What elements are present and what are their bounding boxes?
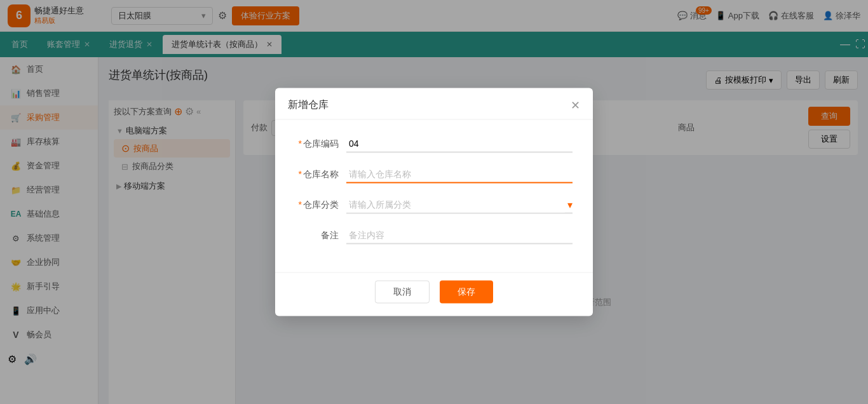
dialog-close-btn[interactable]: ✕ (571, 99, 580, 111)
dialog-header: 新增仓库 ✕ (275, 88, 593, 120)
warehouse-category-row: 仓库分类 ▾ (295, 196, 573, 214)
save-btn[interactable]: 保存 (440, 281, 493, 304)
new-warehouse-dialog: 新增仓库 ✕ 仓库编码 仓库名称 仓库分类 ▾ 备注 取消 保存 (275, 88, 593, 316)
warehouse-name-label: 仓库名称 (295, 169, 346, 180)
cancel-btn[interactable]: 取消 (375, 281, 430, 304)
warehouse-name-row: 仓库名称 (295, 166, 573, 184)
category-dropdown-icon[interactable]: ▾ (567, 198, 573, 210)
warehouse-category-label: 仓库分类 (295, 199, 346, 211)
remark-label: 备注 (295, 230, 346, 241)
warehouse-name-input[interactable] (346, 166, 573, 184)
warehouse-code-input[interactable] (346, 135, 573, 153)
warehouse-category-input[interactable] (346, 196, 565, 213)
warehouse-code-row: 仓库编码 (295, 135, 573, 153)
warehouse-code-label: 仓库编码 (295, 138, 346, 150)
remark-input[interactable] (346, 227, 573, 245)
remark-row: 备注 (295, 227, 573, 245)
dialog-footer: 取消 保存 (275, 273, 593, 316)
dialog-body: 仓库编码 仓库名称 仓库分类 ▾ 备注 (275, 120, 593, 273)
dialog-title: 新增仓库 (288, 98, 329, 112)
warehouse-category-select-wrap: ▾ (346, 196, 573, 214)
